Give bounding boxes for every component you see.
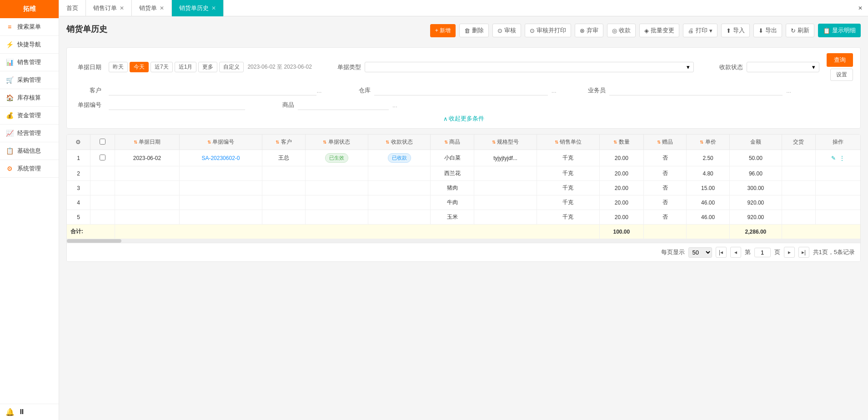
notification-icon[interactable]: 🔔 xyxy=(5,408,15,416)
sidebar-item-purchase-mgmt[interactable]: 🛒 采购管理 xyxy=(0,71,59,89)
audit-button[interactable]: ⊙ 审核 xyxy=(492,24,521,37)
row-check[interactable] xyxy=(100,155,105,160)
select-all-checkbox[interactable] xyxy=(100,139,105,145)
sidebar-item-sales-mgmt[interactable]: 📊 销售管理 xyxy=(0,54,59,71)
pause-icon[interactable]: ⏸ xyxy=(18,408,25,416)
abandon-button[interactable]: ⊗ 弃审 xyxy=(575,24,603,37)
col-checkbox[interactable] xyxy=(90,135,115,150)
date-btn-1month[interactable]: 近1月 xyxy=(175,62,197,72)
sidebar-item-search-menu[interactable]: ≡ 搜索菜单 xyxy=(0,18,59,36)
print-button[interactable]: 🖨 打印 ▾ xyxy=(683,24,717,37)
date-btn-more[interactable]: 更多 xyxy=(198,62,217,72)
delete-button[interactable]: 🗑 删除 xyxy=(459,24,489,37)
date-btn-custom[interactable]: 自定义 xyxy=(219,62,244,72)
col-payment-status[interactable]: ⇅ 收款状态 xyxy=(368,135,431,150)
first-page-button[interactable]: |◂ xyxy=(716,247,727,258)
audit-print-button[interactable]: ⊙ 审核并打印 xyxy=(525,24,571,37)
goods-input[interactable] xyxy=(298,100,389,110)
new-button[interactable]: + 新增 xyxy=(430,24,456,37)
payment-status-label: 收款状态 xyxy=(716,63,743,71)
prev-page-button[interactable]: ◂ xyxy=(730,247,741,258)
sort-icon: ⇅ xyxy=(613,140,617,145)
table-row: 5 玉米 千克 20.00 否 46.00 920.00 xyxy=(67,210,860,225)
staff-input[interactable] xyxy=(609,85,783,95)
delete-icon: 🗑 xyxy=(464,27,470,34)
col-gift[interactable]: ⇅ 赠品 xyxy=(643,135,687,150)
export-button[interactable]: ⬇ 导出 xyxy=(753,24,782,37)
date-btn-today[interactable]: 今天 xyxy=(130,62,149,72)
import-button[interactable]: ⬆ 导入 xyxy=(721,24,750,37)
row-checkbox[interactable] xyxy=(90,166,115,181)
sidebar-item-basic-info[interactable]: 📋 基础信息 xyxy=(0,142,59,160)
close-tab-sales-order[interactable]: ✕ xyxy=(120,5,124,11)
col-customer[interactable]: ⇅ 客户 xyxy=(262,135,306,150)
row-index: 5 xyxy=(67,210,90,225)
row-checkbox[interactable] xyxy=(90,210,115,225)
query-button[interactable]: 查询 xyxy=(827,53,853,67)
summary-row: 合计: 100.00 2,286.00 xyxy=(67,225,860,239)
filter-row-2: 客户 ... 仓库 ... 业务员 ... xyxy=(74,85,853,95)
row-amount: 96.00 xyxy=(729,166,782,181)
sidebar-item-quick-nav[interactable]: ⚡ 快捷导航 xyxy=(0,36,59,54)
row-doc-no[interactable]: SA-20230602-0 xyxy=(179,150,262,166)
sidebar-item-operations-mgmt[interactable]: 📈 经营管理 xyxy=(0,125,59,142)
page-number-input[interactable] xyxy=(754,248,771,257)
payment-status-select[interactable]: ▾ xyxy=(747,62,819,72)
tab-sales-order[interactable]: 销售订单 ✕ xyxy=(86,0,132,16)
doc-no-input[interactable] xyxy=(109,100,245,110)
row-checkbox[interactable] xyxy=(90,150,115,166)
tab-sales-history[interactable]: 销货单历史 ✕ xyxy=(172,0,224,16)
audit-print-icon: ⊙ xyxy=(530,27,535,34)
col-doc-status[interactable]: ⇅ 单据状态 xyxy=(305,135,368,150)
next-page-button[interactable]: ▸ xyxy=(784,247,795,258)
goods-ellipsis[interactable]: ... xyxy=(392,102,397,109)
tab-sales-goods[interactable]: 销货单 ✕ xyxy=(132,0,172,16)
table-gear-icon[interactable]: ⚙ xyxy=(75,139,81,145)
setting-button[interactable]: 设置 xyxy=(830,69,853,81)
scrollbar-thumb[interactable] xyxy=(67,239,121,243)
col-goods[interactable]: ⇅ 商品 xyxy=(431,135,474,150)
sidebar-item-fund-mgmt[interactable]: 💰 资金管理 xyxy=(0,107,59,125)
row-checkbox[interactable] xyxy=(90,181,115,195)
staff-ellipsis[interactable]: ... xyxy=(786,87,791,94)
sidebar-item-system-mgmt[interactable]: ⚙ 系统管理 xyxy=(0,160,59,178)
warehouse-ellipsis[interactable]: ... xyxy=(552,87,557,94)
col-unit[interactable]: ⇅ 销售单位 xyxy=(537,135,600,150)
tab-home[interactable]: 首页 xyxy=(59,0,86,16)
row-goods: 西兰花 xyxy=(431,166,474,181)
horizontal-scrollbar[interactable] xyxy=(67,239,860,243)
col-qty[interactable]: ⇅ 数量 xyxy=(599,135,643,150)
col-doc-date[interactable]: ⇅ 单据日期 xyxy=(115,135,180,150)
doc-type-select[interactable]: ▾ xyxy=(365,62,694,72)
warehouse-input[interactable] xyxy=(374,85,547,95)
last-page-button[interactable]: ▸| xyxy=(798,247,809,258)
collapse-button[interactable]: ∧ 收起更多条件 xyxy=(443,115,484,123)
per-page-select[interactable]: 50 100 200 xyxy=(688,247,712,258)
edit-action[interactable]: ✎ xyxy=(829,154,838,162)
summary-empty xyxy=(115,225,600,239)
batch-change-button[interactable]: ◈ 批量变更 xyxy=(639,24,679,37)
show-detail-button[interactable]: 📋 显示明细 xyxy=(818,24,861,37)
col-spec[interactable]: ⇅ 规格型号 xyxy=(474,135,537,150)
more-action[interactable]: ⋮ xyxy=(838,154,847,162)
customer-input[interactable] xyxy=(109,85,316,95)
col-gear[interactable]: ⚙ xyxy=(67,135,90,150)
row-amount: 50.00 xyxy=(729,150,782,166)
row-payment-status xyxy=(368,166,431,181)
close-tab-sales-history[interactable]: ✕ xyxy=(211,5,216,11)
col-price[interactable]: ⇅ 单价 xyxy=(687,135,730,150)
col-doc-no[interactable]: ⇅ 单据编号 xyxy=(179,135,262,150)
refresh-button[interactable]: ↻ 刷新 xyxy=(786,24,814,37)
row-gift: 否 xyxy=(643,166,687,181)
row-checkbox[interactable] xyxy=(90,195,115,210)
date-btn-7days[interactable]: 近7天 xyxy=(151,62,173,72)
close-tab-sales-goods[interactable]: ✕ xyxy=(160,5,164,11)
customer-ellipsis[interactable]: ... xyxy=(316,87,321,94)
sidebar-item-label: 销售管理 xyxy=(17,58,41,66)
sidebar-item-label: 库存核算 xyxy=(17,94,41,102)
row-doc-no xyxy=(179,166,262,181)
sidebar-item-inventory-calc[interactable]: 🏠 库存核算 xyxy=(0,89,59,107)
date-btn-yesterday[interactable]: 昨天 xyxy=(109,62,128,72)
close-all-tabs[interactable]: ✕ xyxy=(853,5,868,11)
collect-button[interactable]: ◎ 收款 xyxy=(607,24,636,37)
